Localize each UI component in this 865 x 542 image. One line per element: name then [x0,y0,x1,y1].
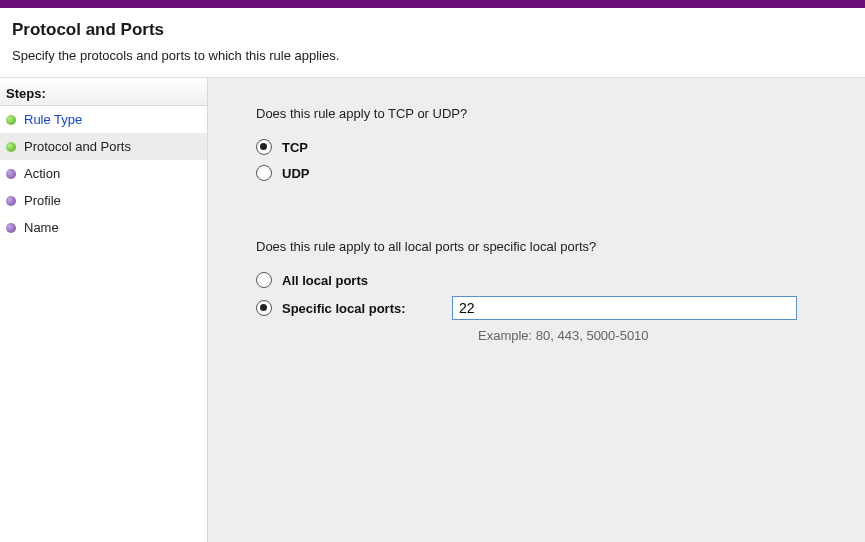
radio-all-ports-label: All local ports [282,273,452,288]
ports-question: Does this rule apply to all local ports … [256,239,835,254]
step-rule-type[interactable]: Rule Type [0,106,207,133]
step-action[interactable]: Action [0,160,207,187]
steps-sidebar: Steps: Rule Type Protocol and Ports Acti… [0,78,208,542]
step-label: Protocol and Ports [24,139,131,154]
steps-title: Steps: [0,82,207,106]
step-bullet-icon [6,142,16,152]
step-bullet-icon [6,223,16,233]
ports-example-text: Example: 80, 443, 5000-5010 [478,328,835,343]
step-bullet-icon [6,115,16,125]
wizard-header: Protocol and Ports Specify the protocols… [0,8,865,78]
step-protocol-and-ports[interactable]: Protocol and Ports [0,133,207,160]
step-bullet-icon [6,169,16,179]
radio-specific-ports[interactable] [256,300,272,316]
radio-tcp[interactable] [256,139,272,155]
radio-all-ports[interactable] [256,272,272,288]
step-label: Profile [24,193,61,208]
radio-udp-row[interactable]: UDP [256,165,835,181]
step-label: Name [24,220,59,235]
step-label: Action [24,166,60,181]
radio-all-ports-row[interactable]: All local ports [256,272,835,288]
radio-udp-label: UDP [282,166,309,181]
page-subtitle: Specify the protocols and ports to which… [12,48,853,63]
radio-tcp-label: TCP [282,140,308,155]
wizard-main: Does this rule apply to TCP or UDP? TCP … [208,78,865,542]
step-profile[interactable]: Profile [0,187,207,214]
radio-tcp-row[interactable]: TCP [256,139,835,155]
window-accent-bar [0,0,865,8]
step-bullet-icon [6,196,16,206]
specific-ports-input[interactable] [452,296,797,320]
protocol-question: Does this rule apply to TCP or UDP? [256,106,835,121]
step-name[interactable]: Name [0,214,207,241]
page-title: Protocol and Ports [12,20,853,40]
step-label: Rule Type [24,112,82,127]
radio-udp[interactable] [256,165,272,181]
radio-specific-ports-row: Specific local ports: [256,296,835,320]
radio-specific-ports-label: Specific local ports: [282,301,452,316]
wizard-body: Steps: Rule Type Protocol and Ports Acti… [0,78,865,542]
